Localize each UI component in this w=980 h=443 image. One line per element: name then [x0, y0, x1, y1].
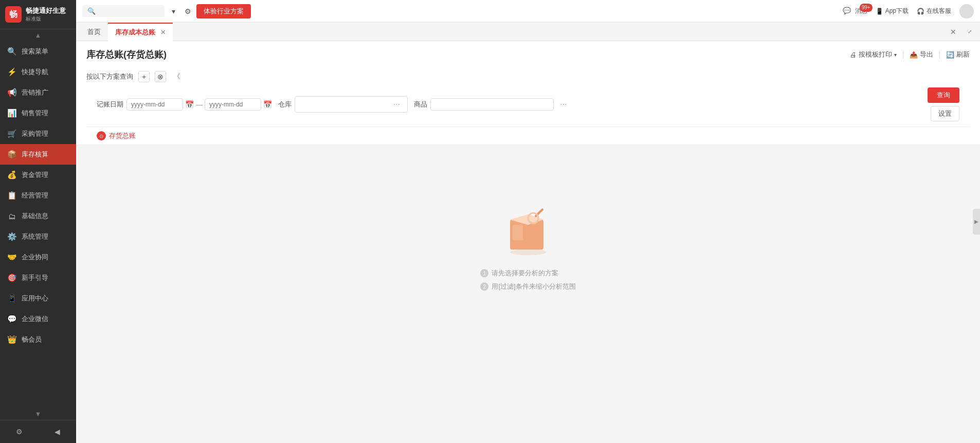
print-icon: 🖨 — [850, 51, 857, 59]
schema-icon: ⊙ — [97, 131, 106, 140]
sidebar-item-sales[interactable]: 📊 销售管理 — [0, 103, 76, 123]
topbar-search-box[interactable]: 🔍 — [82, 5, 165, 17]
refresh-label: 刷新 — [956, 50, 970, 59]
schema-item-inventory[interactable]: ⊙ 存货总账 — [97, 131, 136, 140]
sidebar-item-finance[interactable]: 💰 资金管理 — [0, 165, 76, 185]
query-btn[interactable]: 查询 — [928, 87, 959, 103]
topbar-settings-btn[interactable]: ⚙ — [182, 6, 193, 17]
refresh-btn[interactable]: 🔄 刷新 — [946, 50, 970, 59]
logo-text: 畅捷通好生意 标准版 — [26, 7, 66, 22]
close-panel-btn[interactable]: ✕ — [947, 26, 959, 38]
sidebar-item-label-wechat: 企业微信 — [22, 314, 48, 324]
hint-text-1: 请先选择要分析的方案 — [492, 269, 558, 278]
empty-hints: 1 请先选择要分析的方案 2 用[过滤]条件来缩小分析范围 — [480, 269, 575, 291]
page-title-row: 库存总账(存货总账) 🖨 按模板打印 ▾ 📤 导出 🔄 — [86, 48, 970, 66]
sidebar-item-label-inventory: 库存核算 — [22, 150, 48, 159]
sidebar-scroll-down[interactable]: ▼ — [0, 408, 76, 420]
filter-remove-btn[interactable]: ⊗ — [155, 71, 166, 82]
hint-num-1: 1 — [480, 269, 488, 277]
tab-inventory-cost[interactable]: 库存成本总账 ✕ — [108, 23, 173, 41]
sidebar-bottom: ⚙ ◀ — [0, 420, 76, 443]
sidebar-item-appstore[interactable]: 📱 应用中心 — [0, 288, 76, 309]
sidebar-item-label-shortcut: 快捷导航 — [22, 67, 48, 77]
topbar-chevron-btn[interactable]: ▾ — [168, 6, 179, 17]
print-btn[interactable]: 🖨 按模板打印 ▾ — [850, 50, 897, 59]
empty-hint-1: 1 请先选择要分析的方案 — [480, 269, 575, 278]
product-label: 商品 — [414, 100, 427, 109]
sidebar-item-inventory[interactable]: 📦 库存核算 — [0, 144, 76, 165]
print-label: 按模板打印 — [859, 50, 892, 59]
sidebar-item-purchase[interactable]: 🛒 采购管理 — [0, 123, 76, 144]
sidebar-settings-btn[interactable]: ⚙ — [13, 424, 26, 439]
export-btn[interactable]: 📤 导出 — [910, 50, 933, 59]
app-download-label: App下载 — [885, 7, 909, 15]
divider1 — [903, 50, 903, 59]
sidebar-item-search[interactable]: 🔍 搜索菜单 — [0, 41, 76, 62]
tab-home[interactable]: 首页 — [80, 23, 108, 41]
sidebar-item-member[interactable]: 👑 畅会员 — [0, 329, 76, 350]
warehouse-input[interactable]: ··· — [295, 96, 408, 113]
marketing-icon: 📢 — [7, 88, 16, 97]
sidebar-item-label-operations: 经营管理 — [22, 191, 48, 200]
message-badge: 99+ — [860, 4, 873, 12]
brand-name: 畅捷通好生意 — [26, 7, 66, 15]
logo-icon: 畅 — [5, 6, 22, 23]
tabbar-actions: ✕ ⤢ — [947, 26, 980, 38]
main-area: 🔍 ▾ ⚙ 体验行业方案 💬 99+ 消息 📱 App下载 🎧 在线客服 — [76, 0, 980, 443]
calendar-end-icon[interactable]: 📅 — [263, 100, 272, 109]
sidebar-item-label-basic: 基础信息 — [22, 211, 48, 221]
sidebar-item-wechat[interactable]: 💬 企业微信 — [0, 309, 76, 329]
tab-close-icon[interactable]: ✕ — [160, 29, 166, 36]
headset-icon: 🎧 — [917, 8, 924, 15]
sidebar-item-system[interactable]: ⚙️ 系统管理 — [0, 226, 76, 247]
calendar-start-icon[interactable]: 📅 — [185, 100, 194, 109]
sidebar-item-label-newbie: 新手引导 — [22, 273, 48, 282]
user-avatar[interactable] — [959, 4, 974, 19]
page-title-actions: 🖨 按模板打印 ▾ 📤 导出 🔄 刷新 — [850, 50, 970, 59]
action-buttons: 查询 设置 — [928, 87, 959, 121]
tab-inventory-cost-label: 库存成本总账 — [115, 28, 155, 37]
warehouse-label: 仓库 — [278, 100, 292, 109]
schema-area: ⊙ 存货总账 — [86, 127, 970, 145]
right-panel-toggle[interactable]: ▶ — [973, 209, 980, 235]
page-header: 库存总账(存货总账) 🖨 按模板打印 ▾ 📤 导出 🔄 — [76, 41, 980, 145]
empty-svg — [497, 197, 559, 258]
search-icon-topbar: 🔍 — [87, 7, 96, 15]
sidebar-item-enterprise[interactable]: 🤝 企业协同 — [0, 247, 76, 268]
expand-panel-btn[interactable]: ⤢ — [964, 26, 976, 38]
filter-collapse-btn[interactable]: 《 — [171, 71, 183, 82]
online-service-btn[interactable]: 🎧 在线客服 — [917, 7, 951, 15]
svg-point-0 — [510, 249, 546, 255]
basic-icon: 🗂 — [7, 212, 16, 221]
sidebar-item-newbie[interactable]: 🎯 新手引导 — [0, 268, 76, 288]
sidebar-item-basic[interactable]: 🗂 基础信息 — [0, 206, 76, 226]
sidebar-collapse-btn[interactable]: ◀ — [51, 424, 63, 439]
industry-solution-btn[interactable]: 体验行业方案 — [196, 4, 251, 19]
sidebar-item-operations[interactable]: 📋 经营管理 — [0, 185, 76, 206]
sidebar-item-marketing[interactable]: 📢 营销推广 — [0, 82, 76, 103]
enterprise-icon: 🤝 — [7, 253, 16, 262]
topbar-left: 🔍 ▾ ⚙ 体验行业方案 — [82, 4, 839, 19]
svg-rect-5 — [513, 225, 523, 240]
product-more-icon[interactable]: ··· — [557, 99, 570, 110]
date-separator: — — [196, 101, 203, 109]
topbar-right: 💬 99+ 消息 📱 App下载 🎧 在线客服 — [843, 4, 974, 19]
product-input[interactable] — [430, 98, 554, 111]
app-download-btn[interactable]: 📱 App下载 — [876, 7, 909, 15]
inventory-icon: 📦 — [7, 150, 16, 159]
date-start-input[interactable] — [126, 98, 183, 111]
filter-add-btn[interactable]: + — [138, 71, 150, 82]
date-end-input[interactable] — [205, 98, 261, 111]
sidebar-item-label-search: 搜索菜单 — [22, 47, 48, 56]
export-icon: 📤 — [910, 51, 918, 59]
sidebar-item-shortcut[interactable]: ⚡ 快捷导航 — [0, 62, 76, 82]
product-filter: 商品 ··· — [414, 98, 570, 111]
warehouse-more-icon[interactable]: ··· — [390, 99, 403, 110]
message-btn[interactable]: 💬 99+ 消息 — [843, 7, 867, 15]
date-input-group: 📅 — 📅 — [126, 98, 272, 111]
download-icon: 📱 — [876, 8, 883, 15]
sidebar-scroll-up[interactable]: ▲ — [0, 29, 76, 41]
sidebar-nav: 🔍 搜索菜单 ⚡ 快捷导航 📢 营销推广 📊 销售管理 🛒 采购管理 📦 库存核… — [0, 41, 76, 408]
settings-btn[interactable]: 设置 — [931, 106, 959, 121]
sidebar-item-label-system: 系统管理 — [22, 232, 48, 241]
